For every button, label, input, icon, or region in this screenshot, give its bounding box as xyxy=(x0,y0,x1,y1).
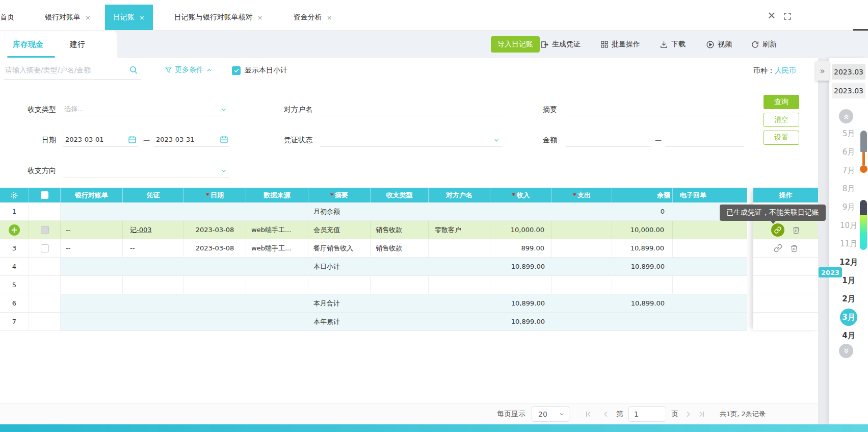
column-settings-button[interactable] xyxy=(0,188,29,202)
batch-operation-button[interactable]: 批量操作 xyxy=(600,36,640,53)
chevron-down-icon xyxy=(220,167,227,174)
more-filters-toggle[interactable]: 更多条件 xyxy=(165,65,213,74)
amount-max-input[interactable] xyxy=(665,133,744,147)
date-from-input[interactable] xyxy=(64,135,115,144)
per-page-select[interactable]: 20 xyxy=(532,406,569,422)
checkbox-checked-icon[interactable] xyxy=(232,66,241,75)
tab-journal-reconcile[interactable]: 日记账与银行对账单核对× xyxy=(166,5,271,30)
collapse-panel-button[interactable]: » xyxy=(816,61,829,81)
close-tab-icon[interactable]: × xyxy=(85,14,91,21)
amount-min-input[interactable] xyxy=(566,133,651,147)
scroll-months-up-button[interactable] xyxy=(839,109,853,123)
date-to-input[interactable] xyxy=(155,135,206,144)
currency-value[interactable]: 人民币 xyxy=(775,66,796,75)
source-cell: web端手工... xyxy=(246,221,308,239)
last-page-button[interactable] xyxy=(698,410,706,418)
summary-input[interactable] xyxy=(566,102,744,116)
first-page-button[interactable] xyxy=(584,410,592,418)
selected-period[interactable]: 2023.03 xyxy=(832,83,865,98)
table-row-month-total: 6 本月合计 10,899.00 10,899.00 xyxy=(0,294,747,313)
prev-page-button[interactable] xyxy=(602,410,610,418)
header-statement: 银行对账单 xyxy=(61,188,123,202)
select-all-checkbox[interactable] xyxy=(29,188,61,202)
tab-fund-analysis[interactable]: 资金分析× xyxy=(285,5,340,30)
add-row-button[interactable]: + xyxy=(9,224,20,236)
calendar-icon[interactable] xyxy=(220,135,228,144)
current-period[interactable]: 2023.03 xyxy=(832,64,865,80)
calendar-icon[interactable] xyxy=(128,135,137,144)
generate-voucher-button[interactable]: 生成凭证 xyxy=(540,36,581,53)
amount-label: 金额 xyxy=(520,133,557,147)
date-from-field[interactable] xyxy=(63,133,138,147)
income-cell: 899.00 xyxy=(490,239,552,257)
next-page-button[interactable] xyxy=(684,410,692,418)
chevron-down-icon xyxy=(493,137,500,144)
settings-button[interactable]: 设置 xyxy=(764,131,799,145)
download-button[interactable]: 下载 xyxy=(660,36,686,53)
play-video-icon xyxy=(706,40,715,49)
close-tab-icon[interactable]: × xyxy=(257,14,263,21)
row-checkbox-disabled xyxy=(41,226,49,234)
date-cell: 2023-03-08 xyxy=(184,221,246,239)
delete-icon[interactable] xyxy=(790,244,798,252)
chevron-down-icon xyxy=(559,411,565,417)
refresh-button[interactable]: 刷新 xyxy=(751,36,777,53)
summary-cell: 本日小计 xyxy=(308,258,371,275)
video-button[interactable]: 视频 xyxy=(706,36,732,53)
type-select[interactable]: 选择... xyxy=(63,102,229,116)
balance-cell: 10,899.00 xyxy=(612,294,673,312)
show-daily-subtotal-option[interactable]: 显示本日小计 xyxy=(232,66,287,75)
journal-table: 银行对账单 凭证 *日期 数据来源 *摘要 收支类型 对方户名 *收入 *支出 … xyxy=(0,188,747,331)
header-voucher: 凭证 xyxy=(123,188,184,202)
summary-cell: 餐厅销售收入 xyxy=(308,239,371,257)
page-number-input[interactable] xyxy=(629,407,666,421)
party-input[interactable] xyxy=(320,102,502,116)
scroll-indicator-gradient[interactable] xyxy=(860,200,867,250)
header-balance: 余额 xyxy=(612,188,673,202)
date-label: 日期 xyxy=(10,133,56,147)
toolbar-strip: 库存现金 建行 导入日记账 生成凭证 批量操作 下载 视频 刷新 xyxy=(0,31,868,58)
scroll-indicator-thermometer[interactable] xyxy=(860,131,867,177)
fullscreen-icon[interactable] xyxy=(783,12,792,20)
table-row-entry-1[interactable]: + -- 记-003 2023-03-08 web端手工... 会员充值 销售收… xyxy=(0,221,747,239)
month-item-apr[interactable]: 4月 xyxy=(829,326,868,345)
download-icon xyxy=(660,40,668,49)
close-tab-icon[interactable]: × xyxy=(327,14,332,21)
link-voucher-icon-disabled[interactable] xyxy=(771,223,784,237)
balance-cell: 10,899.00 xyxy=(612,239,673,257)
month-item-aug[interactable]: 8月 xyxy=(829,180,868,198)
query-button[interactable]: 查询 xyxy=(764,95,799,109)
header-expense: *支出 xyxy=(552,188,612,202)
delete-icon[interactable] xyxy=(792,226,800,234)
tab-journal[interactable]: 日记账× xyxy=(105,5,153,30)
close-icon[interactable]: × xyxy=(767,9,776,21)
tab-ccb-account[interactable]: 建行 xyxy=(70,31,85,58)
date-to-field[interactable] xyxy=(154,133,229,147)
table-row-daily-subtotal: 4 本日小计 10,899.00 10,899.00 xyxy=(0,258,747,276)
scroll-months-down-button[interactable] xyxy=(839,344,853,358)
search-icon[interactable] xyxy=(129,65,139,75)
voucher-status-select[interactable] xyxy=(320,133,502,147)
summary-cell: 本年累计 xyxy=(308,313,371,331)
year-badge: 2023 xyxy=(819,267,842,277)
type-label: 收支类型 xyxy=(10,102,56,116)
import-journal-button[interactable]: 导入日记账 xyxy=(491,36,540,53)
tab-home[interactable]: 首页 xyxy=(0,5,22,30)
tab-bank-statement[interactable]: 银行对账单× xyxy=(37,5,99,30)
tab-cash-account[interactable]: 库存现金 xyxy=(13,31,43,58)
link-voucher-icon[interactable] xyxy=(774,244,782,252)
operations-row-entry-2 xyxy=(753,239,818,258)
filter-funnel-icon xyxy=(165,66,172,74)
row-checkbox[interactable] xyxy=(41,244,49,252)
tooltip: 已生成凭证，不能关联日记账 xyxy=(720,205,826,221)
month-item-feb[interactable]: 2月 xyxy=(829,290,868,308)
voucher-link[interactable]: 记-003 xyxy=(130,225,152,235)
month-item-mar-active[interactable]: 3月 xyxy=(829,308,868,326)
header-party: 对方户名 xyxy=(429,188,490,202)
direction-select[interactable] xyxy=(63,163,229,177)
table-row-entry-2[interactable]: 3 -- -- 2023-03-08 web端手工... 餐厅销售收入 销售收款… xyxy=(0,239,747,258)
close-tab-icon[interactable]: × xyxy=(139,14,145,21)
summary-cell: 月初余额 xyxy=(308,202,371,220)
clear-button[interactable]: 清空 xyxy=(764,113,799,127)
search-input[interactable] xyxy=(4,61,122,79)
